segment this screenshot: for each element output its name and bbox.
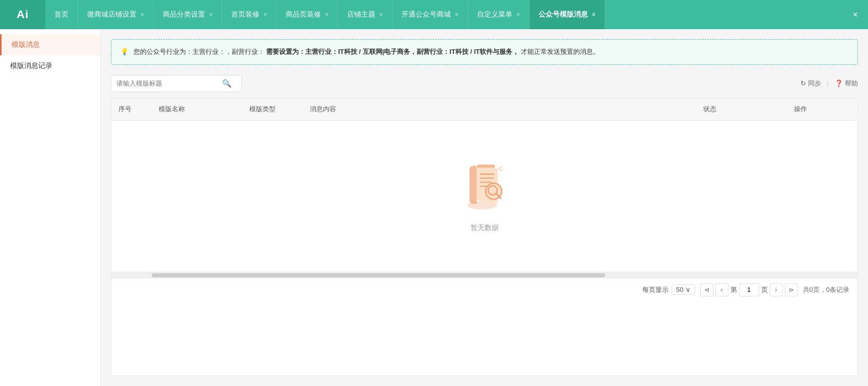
next-page-button[interactable]: › [770, 283, 783, 296]
sidebar-item-template-msg[interactable]: 模版消息 [0, 34, 100, 55]
tab-micro-shop[interactable]: 微商城店铺设置 × [78, 0, 154, 29]
page-unit: 页 [761, 285, 768, 294]
help-button[interactable]: ❓ 帮助 [835, 79, 858, 88]
empty-illustration [454, 155, 515, 215]
last-page-button[interactable]: ⊳ [785, 283, 798, 296]
notice-prefix: 您的公众号行业为：主营行业：，副营行业： [133, 48, 264, 55]
sidebar-item-template-record[interactable]: 模版消息记录 [0, 55, 100, 76]
close-tab-custom-menu[interactable]: × [516, 11, 520, 18]
page-size-select: 每页显示 50 ∨ [642, 284, 695, 295]
close-tab-shop-theme[interactable]: × [379, 11, 383, 18]
search-input-wrap: 🔍 [111, 75, 242, 92]
total-info: 共0页，0条记录 [803, 285, 849, 294]
tab-custom-menu[interactable]: 自定义菜单 × [468, 0, 529, 29]
sync-button[interactable]: ↻ 同步 [800, 79, 821, 88]
empty-state-text: 暂无数据 [471, 223, 499, 233]
scrollbar-thumb[interactable] [152, 273, 605, 277]
tab-product-category[interactable]: 商品分类设置 × [154, 0, 222, 29]
close-tab-product-category[interactable]: × [209, 11, 213, 18]
notice-highlight: 需要设置为：主营行业：IT科技 / 互联网|电子商务，副营行业：IT科技 / I… [266, 48, 519, 55]
notice-box: 💡 您的公众号行业为：主营行业：，副营行业： 需要设置为：主营行业：IT科技 /… [111, 39, 858, 65]
col-type: 模版类型 [242, 105, 303, 114]
sidebar: 模版消息 模版消息记录 [0, 29, 101, 386]
close-tab-product-decor[interactable]: × [325, 11, 328, 18]
tab-bar: Ai 首页 微商城店铺设置 × 商品分类设置 × 首页装修 × 商品页装修 × … [0, 0, 868, 29]
horizontal-scrollbar[interactable] [111, 272, 857, 278]
tab-home-decor[interactable]: 首页装修 × [222, 0, 277, 29]
sync-label: 同步 [808, 79, 821, 88]
table-body: 暂无数据 [111, 121, 857, 272]
close-tab-home-decor[interactable]: × [263, 11, 267, 18]
tab-shop-theme[interactable]: 店铺主题 × [338, 0, 392, 29]
page-size-label: 每页显示 [642, 285, 669, 294]
search-bar: 🔍 ↻ 同步 | ❓ 帮助 [111, 75, 858, 92]
prev-page-button[interactable]: ‹ [715, 283, 728, 296]
close-tab-micro-shop[interactable]: × [141, 11, 144, 18]
page-nav: ⊲ ‹ 第 页 › ⊳ [700, 283, 798, 296]
search-bar-right: ↻ 同步 | ❓ 帮助 [800, 79, 858, 88]
page-prefix: 第 [730, 285, 737, 294]
content-area: 💡 您的公众号行业为：主营行业：，副营行业： 需要设置为：主营行业：IT科技 /… [101, 29, 868, 386]
svg-line-10 [500, 166, 502, 168]
help-icon: ❓ [835, 80, 843, 87]
pagination: 每页显示 50 ∨ ⊲ ‹ 第 页 › ⊳ 共0页，0条记录 [111, 278, 857, 301]
tab-home[interactable]: 首页 [45, 0, 78, 29]
page-size-value: 50 [676, 286, 683, 293]
table-header: 序号 模版名称 模版类型 消息内容 状态 操作 [111, 99, 857, 121]
col-content: 消息内容 [303, 105, 696, 114]
page-size-dropdown[interactable]: 50 ∨ [672, 284, 695, 295]
col-status: 状态 [696, 105, 787, 114]
table-wrap: 序号 模版名称 模版类型 消息内容 状态 操作 [111, 98, 858, 376]
logo: Ai [0, 0, 45, 29]
tab-template-msg[interactable]: 公众号模版消息 × [529, 0, 605, 29]
tab-product-decor[interactable]: 商品页装修 × [277, 0, 338, 29]
logo-text: Ai [17, 8, 29, 21]
notice-suffix: 才能正常发送预置的消息。 [521, 48, 599, 55]
close-all-tabs-button[interactable]: × [842, 0, 868, 29]
col-action: 操作 [787, 105, 857, 114]
toolbar-divider: | [827, 80, 829, 87]
main-layout: 模版消息 模版消息记录 💡 您的公众号行业为：主营行业：，副营行业： 需要设置为… [0, 29, 868, 386]
close-tab-template-msg[interactable]: × [592, 11, 595, 18]
close-tab-open-mall[interactable]: × [455, 11, 458, 18]
first-page-button[interactable]: ⊲ [700, 283, 713, 296]
help-label: 帮助 [845, 79, 858, 88]
sync-icon: ↻ [800, 80, 806, 87]
col-seq: 序号 [111, 105, 152, 114]
search-input[interactable] [116, 80, 222, 87]
page-number-input[interactable] [739, 283, 759, 296]
dropdown-arrow-icon: ∨ [686, 286, 691, 293]
tab-open-mall[interactable]: 开通公众号商城 × [392, 0, 468, 29]
search-icon[interactable]: 🔍 [222, 79, 232, 88]
notice-icon: 💡 [120, 48, 128, 55]
col-name: 模版名称 [152, 105, 242, 114]
